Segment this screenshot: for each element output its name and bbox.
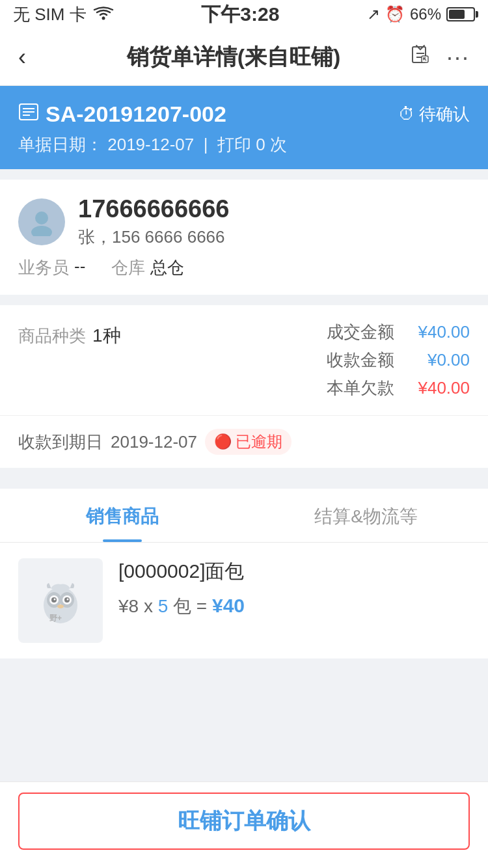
product-info: [0000002]面包 ¥8 x 5 包 = ¥40 — [118, 558, 470, 619]
due-date-section: 收款到期日 2019-12-07 🔴 已逾期 — [0, 415, 488, 468]
svg-point-0 — [102, 16, 105, 20]
transaction-amount-value: ¥40.00 — [405, 322, 470, 342]
tabs-section: 销售商品 结算&物流等 — [0, 489, 488, 543]
tab-products[interactable]: 销售商品 — [0, 489, 244, 542]
order-status-badge: ⏱ 待确认 — [398, 103, 470, 126]
more-icon[interactable]: ··· — [446, 44, 470, 71]
battery-icon — [446, 7, 475, 21]
battery-percent: 66% — [410, 5, 441, 23]
svg-point-11 — [31, 226, 52, 236]
product-kind-value: 1种 — [92, 323, 121, 348]
order-number: SA-20191207-002 — [18, 102, 226, 127]
status-text: 待确认 — [419, 103, 470, 126]
product-total: ¥40 — [212, 595, 245, 616]
received-amount-row: 收款金额 ¥0.00 — [327, 349, 470, 372]
alarm-icon: ⏰ — [385, 5, 405, 23]
price-equals: = — [197, 596, 212, 616]
order-number-text: SA-20191207-002 — [46, 102, 226, 127]
warehouse-value: 总仓 — [150, 256, 184, 279]
product-owl-icon: 野+ — [31, 571, 90, 630]
status-time: 下午3:28 — [201, 1, 279, 28]
received-amount-value: ¥0.00 — [405, 350, 470, 370]
summary-left: 商品种类 1种 — [18, 321, 121, 348]
summary-section: 商品种类 1种 成交金额 ¥40.00 收款金额 ¥0.00 本单欠款 ¥40.… — [0, 305, 488, 415]
tab-settlement[interactable]: 结算&物流等 — [244, 489, 488, 542]
unit-price: ¥8 — [118, 596, 139, 616]
status-right: ↗ ⏰ 66% — [367, 5, 475, 23]
svg-point-19 — [54, 599, 56, 601]
received-amount-label: 收款金额 — [327, 349, 394, 372]
customer-meta: 业务员 -- 仓库 总仓 — [18, 256, 470, 279]
status-bar: 无 SIM 卡 下午3:28 ↗ ⏰ 66% — [0, 0, 488, 29]
warehouse-label: 仓库 — [111, 256, 145, 279]
svg-point-21 — [57, 604, 64, 608]
avatar — [18, 198, 65, 245]
salesperson-label: 业务员 — [18, 256, 69, 279]
bottom-bar: 旺铺订单确认 — [0, 781, 488, 868]
customer-name: 张，156 6666 6666 — [78, 226, 229, 249]
owed-amount-label: 本单欠款 — [327, 377, 394, 400]
bottom-space — [0, 658, 488, 789]
product-kind-label: 商品种类 — [18, 325, 86, 347]
product-name: [0000002]面包 — [118, 558, 470, 585]
product-quantity: 5 — [158, 596, 169, 616]
transaction-amount-row: 成交金额 ¥40.00 — [327, 321, 470, 344]
warehouse-meta: 仓库 总仓 — [111, 256, 184, 279]
nav-bar: ‹ 销货单详情(来自旺铺) ··· — [0, 29, 488, 86]
product-unit: 包 — [173, 596, 191, 616]
customer-section: 17666666666 张，156 6666 6666 业务员 -- 仓库 总仓 — [0, 180, 488, 295]
product-section: 野+ [0000002]面包 ¥8 x 5 包 = ¥40 — [0, 543, 488, 658]
nav-actions: ··· — [410, 44, 470, 71]
doc-date-line: 单据日期： 2019-12-07 | 打印 0 次 — [18, 133, 470, 156]
carrier-text: 无 SIM 卡 — [13, 3, 87, 26]
overdue-icon: 🔴 — [214, 433, 232, 450]
header-card-top: SA-20191207-002 ⏱ 待确认 — [18, 102, 470, 127]
back-button[interactable]: ‹ — [18, 44, 57, 71]
section-divider-2 — [0, 468, 488, 478]
svg-point-20 — [67, 599, 69, 601]
product-image: 野+ — [18, 558, 103, 643]
confirm-order-button[interactable]: 旺铺订单确认 — [18, 793, 470, 850]
price-multiply: x — [144, 596, 158, 616]
customer-top: 17666666666 张，156 6666 6666 — [18, 195, 470, 249]
status-clock-icon: ⏱ — [398, 104, 415, 124]
customer-phone: 17666666666 — [78, 195, 229, 223]
owed-amount-value: ¥40.00 — [405, 378, 470, 398]
section-divider-1 — [0, 295, 488, 305]
svg-text:野+: 野+ — [49, 614, 62, 623]
share-icon[interactable] — [410, 44, 431, 70]
owed-amount-row: 本单欠款 ¥40.00 — [327, 377, 470, 400]
customer-info: 17666666666 张，156 6666 6666 — [78, 195, 229, 249]
order-icon — [18, 103, 39, 126]
overdue-text: 已逾期 — [236, 431, 282, 452]
svg-point-10 — [35, 211, 48, 224]
summary-right: 成交金额 ¥40.00 收款金额 ¥0.00 本单欠款 ¥40.00 — [327, 321, 470, 400]
salesperson-meta: 业务员 -- — [18, 256, 85, 279]
product-price: ¥8 x 5 包 = ¥40 — [118, 594, 470, 619]
overdue-badge: 🔴 已逾期 — [205, 429, 291, 455]
location-icon: ↗ — [367, 5, 380, 23]
due-date-label: 收款到期日 — [18, 431, 103, 454]
status-left: 无 SIM 卡 — [13, 3, 114, 26]
page-title: 销货单详情(来自旺铺) — [127, 42, 341, 72]
wifi-icon — [93, 5, 114, 25]
salesperson-value: -- — [74, 256, 85, 279]
due-date-value: 2019-12-07 — [111, 432, 197, 452]
header-card: SA-20191207-002 ⏱ 待确认 单据日期： 2019-12-07 |… — [0, 86, 488, 169]
transaction-amount-label: 成交金额 — [327, 321, 394, 344]
